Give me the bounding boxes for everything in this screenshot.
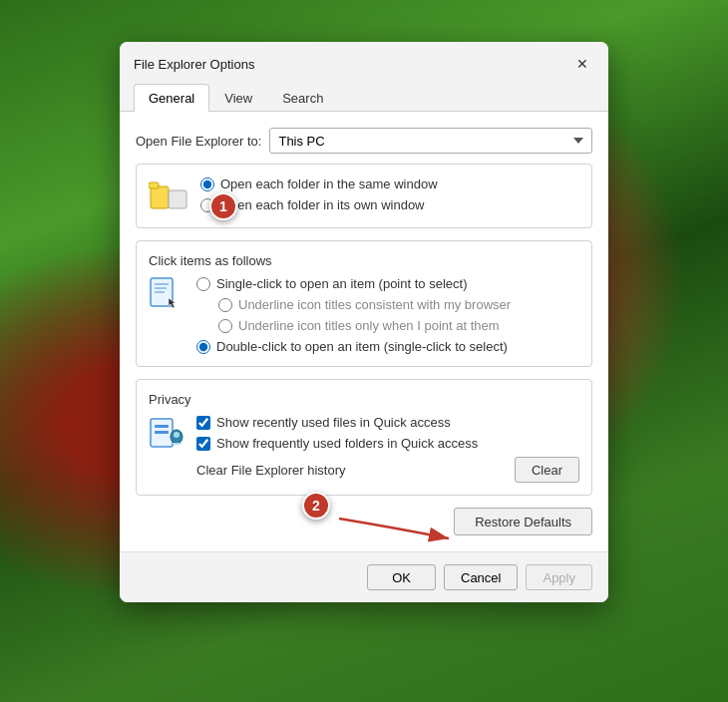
tab-bar: General View Search	[120, 84, 608, 112]
ok-button[interactable]: OK	[367, 564, 436, 590]
privacy-icon	[149, 415, 184, 458]
underline-always-row: Underline icon titles consistent with my…	[218, 297, 579, 312]
folder-icon	[149, 178, 188, 215]
browse-option1-label: Open each folder in the same window	[220, 176, 438, 191]
click-icon	[149, 276, 184, 315]
show-frequent-checkbox[interactable]	[196, 437, 210, 451]
single-click-radio[interactable]	[196, 277, 210, 291]
underline-always-label: Underline icon titles consistent with my…	[238, 297, 511, 312]
clear-history-row: Clear File Explorer history Clear	[196, 457, 579, 483]
tab-search[interactable]: Search	[267, 84, 338, 112]
clear-button[interactable]: Clear	[515, 457, 579, 483]
single-click-label: Single-click to open an item (point to s…	[216, 276, 467, 291]
annotation-badge-2: 2	[302, 492, 330, 520]
restore-row: Restore Defaults	[136, 508, 592, 535]
browse-option1-row: Open each folder in the same window	[200, 176, 579, 191]
svg-rect-1	[151, 186, 169, 208]
content-area: Open File Explorer to: This PC Quick acc…	[120, 112, 608, 551]
dialog-title: File Explorer Options	[134, 57, 254, 72]
open-fe-dropdown[interactable]: This PC Quick access	[269, 128, 592, 154]
privacy-section: Privacy	[136, 379, 592, 496]
footer: OK Cancel Apply	[120, 551, 608, 602]
browse-folders-section: Open each folder in the same window Open…	[136, 164, 592, 228]
show-recent-row: Show recently used files in Quick access	[196, 415, 579, 430]
svg-rect-10	[155, 431, 169, 434]
svg-rect-9	[155, 425, 169, 428]
open-fe-label: Open File Explorer to:	[136, 134, 261, 149]
cancel-button[interactable]: Cancel	[444, 564, 518, 590]
dialog: File Explorer Options ✕ General View Sea…	[120, 42, 608, 602]
underline-always-radio[interactable]	[218, 298, 232, 312]
show-frequent-row: Show frequently used folders in Quick ac…	[196, 436, 579, 451]
single-click-row: Single-click to open an item (point to s…	[196, 276, 579, 291]
browse-option1-radio[interactable]	[200, 177, 214, 191]
close-button[interactable]: ✕	[570, 52, 594, 76]
privacy-title: Privacy	[149, 392, 579, 407]
clear-history-label: Clear File Explorer history	[196, 463, 346, 478]
svg-point-12	[174, 432, 180, 438]
browse-option2-row: Open each folder in its own window	[200, 197, 579, 212]
open-fe-row: Open File Explorer to: This PC Quick acc…	[136, 128, 592, 154]
show-recent-label: Show recently used files in Quick access	[216, 415, 451, 430]
annotation-badge-1: 1	[209, 192, 237, 220]
double-click-radio[interactable]	[196, 340, 210, 354]
browse-option2-label: Open each folder in its own window	[220, 197, 425, 212]
tab-general[interactable]: General	[134, 84, 209, 112]
svg-rect-2	[149, 182, 159, 188]
click-items-title: Click items as follows	[149, 253, 579, 268]
show-frequent-label: Show frequently used folders in Quick ac…	[216, 436, 478, 451]
svg-rect-3	[169, 190, 186, 208]
click-items-section: Click items as follows Single-	[136, 240, 592, 367]
underline-hover-radio[interactable]	[218, 319, 232, 333]
underline-hover-label: Underline icon titles only when I point …	[238, 318, 500, 333]
double-click-label: Double-click to open an item (single-cli…	[216, 339, 508, 354]
title-bar: File Explorer Options ✕	[120, 42, 608, 84]
underline-hover-row: Underline icon titles only when I point …	[218, 318, 579, 333]
show-recent-checkbox[interactable]	[196, 416, 210, 430]
apply-button[interactable]: Apply	[526, 564, 592, 590]
restore-defaults-button[interactable]: Restore Defaults	[454, 508, 592, 535]
double-click-row: Double-click to open an item (single-cli…	[196, 339, 579, 354]
tab-view[interactable]: View	[209, 84, 267, 112]
